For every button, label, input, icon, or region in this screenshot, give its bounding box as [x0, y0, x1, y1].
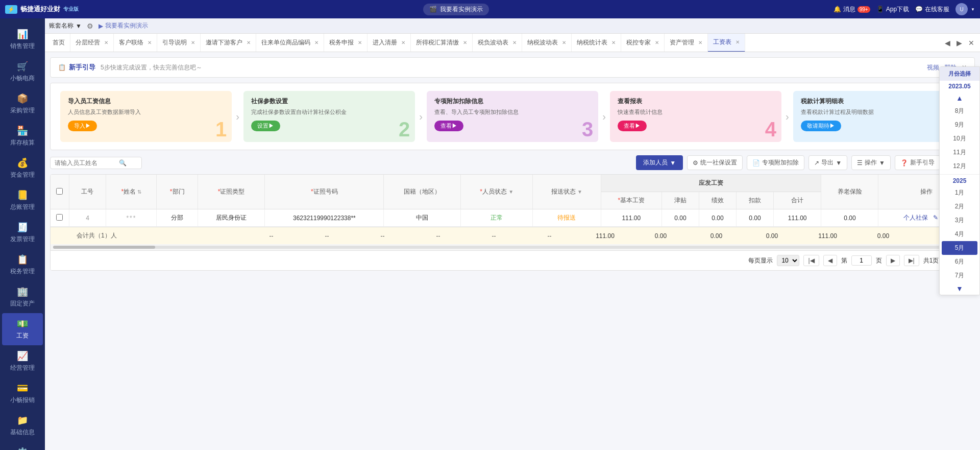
tab-close-2[interactable]: ✕	[148, 40, 152, 45]
operation-button[interactable]: ☰ 操作 ▼	[851, 155, 891, 170]
tab-纳税波动表[interactable]: 纳税波动表✕	[522, 34, 572, 52]
search-input[interactable]	[55, 159, 116, 167]
export-button[interactable]: ↗ 导出 ▼	[808, 155, 847, 170]
next-page-btn[interactable]: ▶	[886, 255, 900, 266]
sidebar-item-发票管理[interactable]: 🧾发票管理	[2, 217, 43, 249]
month-item-2月[interactable]: 2月	[940, 200, 979, 214]
th-deduction: 扣款	[736, 192, 773, 209]
guide-button[interactable]: ❓ 新手引导	[895, 155, 940, 170]
tab-close-6[interactable]: ✕	[358, 40, 362, 45]
guide-video-btn[interactable]: 视频	[927, 63, 939, 72]
tab-资产管理[interactable]: 资产管理✕	[665, 34, 708, 52]
month-item-4月[interactable]: 4月	[940, 227, 979, 241]
step-btn-4[interactable]: 敬请期待▶	[801, 121, 841, 131]
month-up-btn[interactable]: ▲	[954, 94, 965, 102]
tab-税务申报[interactable]: 税务申报✕	[324, 34, 368, 52]
tab-close-10[interactable]: ✕	[562, 40, 566, 45]
step-btn-1[interactable]: 设置▶	[251, 121, 280, 131]
tab-close-14[interactable]: ✕	[736, 39, 740, 45]
month-item-3月[interactable]: 3月	[940, 214, 979, 227]
tab-进入清册[interactable]: 进入清册✕	[368, 34, 411, 52]
tab-工资表[interactable]: 工资表✕	[708, 34, 745, 52]
month-item-9月[interactable]: 9月	[940, 118, 979, 132]
tab-next-btn[interactable]: ▶	[953, 39, 965, 47]
step-btn-0[interactable]: 导入▶	[68, 121, 97, 131]
sidebar-item-系统管理[interactable]: ⚙️系统管理	[2, 442, 43, 450]
demo-link[interactable]: 🎬 我要看实例演示	[423, 4, 489, 15]
sidebar-item-资金管理[interactable]: 💰资金管理	[2, 152, 43, 184]
tab-close-11[interactable]: ✕	[611, 40, 616, 45]
month-item-11月[interactable]: 11月	[940, 146, 979, 159]
tab-税负波动表[interactable]: 税负波动表✕	[473, 34, 522, 52]
tab-prev-btn[interactable]: ◀	[942, 39, 953, 47]
tab-close-8[interactable]: ✕	[463, 40, 467, 45]
scrollbar-thumb[interactable]	[53, 246, 155, 249]
tab-客户联络[interactable]: 客户联络✕	[114, 34, 157, 52]
sidebar-item-小畅电商[interactable]: 🛒小畅电商	[2, 56, 43, 88]
app-subtitle: 专业版	[63, 6, 79, 13]
op-social-insurance-0[interactable]: 个人社保	[903, 214, 928, 221]
tab-close-13[interactable]: ✕	[698, 40, 702, 45]
sidebar-item-总账管理[interactable]: 📒总账管理	[2, 184, 43, 217]
tab-首页[interactable]: 首页	[47, 34, 70, 52]
tab-close-3[interactable]: ✕	[191, 40, 195, 45]
month-item-8月[interactable]: 8月	[940, 104, 979, 118]
row-send-status-0: 待报送	[533, 209, 601, 227]
tab-close-9[interactable]: ✕	[512, 40, 517, 45]
sidebar-label-7: 税务管理	[10, 267, 35, 276]
step-btn-2[interactable]: 查看▶	[434, 121, 463, 131]
sidebar-item-基础信息[interactable]: 📁基础信息	[2, 410, 43, 442]
tab-label-13: 资产管理	[670, 38, 694, 47]
select-all-checkbox[interactable]	[56, 188, 63, 195]
tab-分层经营[interactable]: 分层经营✕	[70, 34, 114, 52]
unified-setting-button[interactable]: ⚙ 统一社保设置	[687, 155, 743, 170]
tab-close-5[interactable]: ✕	[314, 40, 318, 45]
month-down-btn[interactable]: ▼	[954, 285, 965, 293]
page-input[interactable]	[851, 255, 872, 266]
sidebar-item-采购管理[interactable]: 📦采购管理	[2, 88, 43, 120]
user-menu[interactable]: U ▼	[955, 3, 975, 15]
month-item-10月[interactable]: 10月	[940, 132, 979, 146]
row-checkbox-0[interactable]	[51, 209, 69, 227]
sidebar-item-小畅报销[interactable]: 💳小畅报销	[2, 377, 43, 410]
tab-close-1[interactable]: ✕	[104, 40, 108, 45]
horizontal-scrollbar[interactable]	[51, 244, 974, 250]
tab-税控专家[interactable]: 税控专家✕	[621, 34, 665, 52]
month-item-12月[interactable]: 12月	[940, 159, 979, 173]
demo-link-bar[interactable]: ▶ 我要看实例演示	[99, 21, 148, 30]
tab-往来单位商品编码[interactable]: 往来单位商品编码✕	[256, 34, 324, 52]
sidebar-item-固定资产[interactable]: 🏢固定资产	[2, 281, 43, 313]
tab-close-7[interactable]: ✕	[401, 40, 405, 45]
tab-close-12[interactable]: ✕	[655, 40, 659, 45]
special-deduction-button[interactable]: 📄 专项附加扣除	[747, 155, 804, 170]
sidebar-item-工资[interactable]: 💵工资	[2, 313, 43, 345]
account-settings-icon[interactable]: ⚙	[87, 22, 93, 30]
footer-pension: 0.00	[855, 232, 911, 240]
message-button[interactable]: 🔔 消息 99+	[834, 5, 870, 14]
tab-所得税汇算清缴[interactable]: 所得税汇算清缴✕	[411, 34, 473, 52]
prev-page-btn[interactable]: ◀	[823, 255, 837, 266]
sidebar-item-库存核算[interactable]: 🏪库存核算	[2, 120, 43, 152]
tab-引导说明[interactable]: 引导说明✕	[157, 34, 201, 52]
month-item-5月[interactable]: 5月	[942, 241, 977, 255]
add-employee-button[interactable]: 添加人员 ▼	[636, 155, 683, 170]
last-page-btn[interactable]: ▶|	[904, 255, 919, 266]
tab-close-all-btn[interactable]: ✕	[965, 39, 977, 47]
first-page-btn[interactable]: |◀	[803, 255, 819, 266]
tab-close-4[interactable]: ✕	[247, 40, 251, 45]
month-item-6月[interactable]: 6月	[940, 255, 979, 269]
month-item-7月[interactable]: 7月	[940, 269, 979, 282]
online-service-button[interactable]: 💬 在线客服	[915, 5, 949, 14]
op-edit-0[interactable]: ✎	[933, 214, 938, 221]
month-item-1月[interactable]: 1月	[940, 186, 979, 200]
sidebar-item-经营管理[interactable]: 📈经营管理	[2, 345, 43, 377]
per-page-select[interactable]: 10 20 50	[777, 255, 799, 266]
search-icon[interactable]: 🔍	[119, 159, 127, 167]
sidebar-icon-7: 📋	[17, 254, 28, 265]
app-download-button[interactable]: 📱 App下载	[876, 5, 909, 14]
tab-纳税统计表[interactable]: 纳税统计表✕	[572, 34, 621, 52]
tab-邀请下游客户[interactable]: 邀请下游客户✕	[201, 34, 256, 52]
sidebar-item-税务管理[interactable]: 📋税务管理	[2, 249, 43, 281]
sidebar-item-销售管理[interactable]: 📊销售管理	[2, 23, 43, 56]
step-btn-3[interactable]: 查看▶	[618, 121, 647, 131]
